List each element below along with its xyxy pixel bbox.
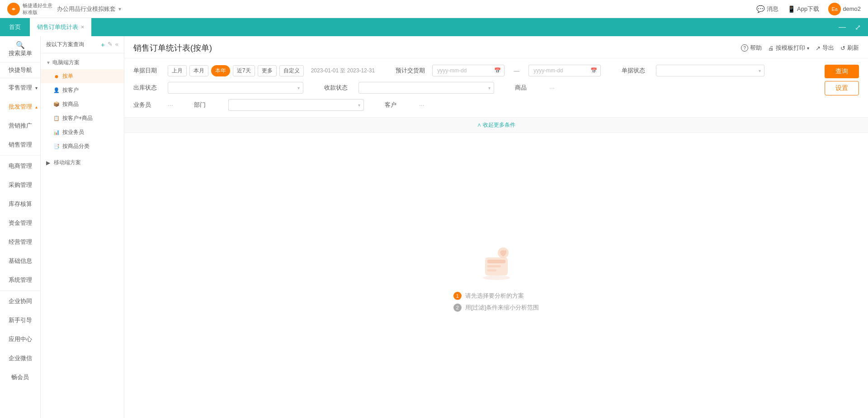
scheme-order[interactable]: ● 按单 [41,69,124,83]
svg-rect-3 [487,260,505,263]
expected-date-to-wrap: 📅 [528,65,601,76]
search-button[interactable]: 查询 [825,65,859,78]
date-btn-last-month[interactable]: 上月 [168,65,187,76]
sidebar-member-label: 畅会员 [11,373,29,381]
edit-scheme-button[interactable]: ✎ [108,41,113,48]
sidebar-retail-arrow: ▾ [35,86,38,90]
sidebar-item-enterprise[interactable]: 企业协同 [0,292,40,311]
message-button[interactable]: 💬 消息 [756,5,778,13]
expected-date-to-input[interactable] [528,65,601,76]
scheme-salesperson[interactable]: 📊 按业务员 [41,125,124,139]
date-btn-7days[interactable]: 近7天 [233,65,255,76]
sidebar-item-finance[interactable]: 资金管理 [0,214,40,233]
filter-area: 单据日期 上月 本月 本年 近7天 更多 自定义 2023-01-01 至 20… [124,58,868,118]
tab-minimize-button[interactable]: — [836,22,849,32]
pay-status-select[interactable] [359,82,494,94]
sidebar-quicknav-button[interactable]: 快捷导航 [0,62,40,78]
tab-active[interactable]: 销售订单统计表 × [30,18,91,36]
sidebar-sales-label: 销售管理 [9,141,32,149]
scheme-customer-icon: 👤 [53,87,60,94]
tab-bar: 首页 销售订单统计表 × — ⤢ [0,18,868,36]
tip-text-1: 请先选择要分析的方案 [465,292,524,300]
sidebar-item-purchase[interactable]: 采购管理 [0,176,40,195]
avatar: Ea [828,3,841,15]
refresh-button[interactable]: ↺ 刷新 [840,44,859,52]
tab-maximize-button[interactable]: ⤢ [852,22,863,33]
sidebar-item-member[interactable]: 畅会员 [0,368,40,387]
add-scheme-button[interactable]: + [101,41,105,48]
logo-icon [7,3,20,15]
department-select[interactable] [228,99,364,111]
sidebar-item-basic[interactable]: 基础信息 [0,252,40,271]
print-button[interactable]: 🖨 按模板打印 ▾ [768,44,809,52]
empty-state-illustration [474,239,519,285]
sidebar-wechat-label: 企业微信 [9,354,32,362]
sidebar-item-retail[interactable]: 零售管理 ▾ [0,78,40,97]
date-btn-this-year[interactable]: 本年 [211,65,230,76]
scheme-salesperson-icon: 📊 [53,129,60,136]
mobile-schemes-caret: ▶ [46,160,50,166]
sidebar-item-system[interactable]: 系统管理 [0,271,40,290]
sidebar: 🔍 搜索菜单 快捷导航 零售管理 ▾ 批发管理 ▴ 营销推广 销售管理 电商管理… [0,36,41,418]
pay-status-select-wrap: ▾ [359,82,494,94]
sidebar-item-sales[interactable]: 销售管理 [0,135,40,154]
expected-date-label: 预计交货期 [396,66,425,75]
collapse-panel-button[interactable]: « [115,41,118,48]
setting-button[interactable]: 设置 [825,81,859,95]
sidebar-item-operations[interactable]: 经营管理 [0,233,40,252]
scheme-order-icon: ● [53,73,60,80]
print-icon: 🖨 [768,45,774,52]
date-btn-this-month[interactable]: 本月 [189,65,208,76]
sidebar-item-wechat[interactable]: 企业微信 [0,349,40,368]
empty-tip-2: 2 用[过滤]条件来缩小分析范围 [453,304,539,312]
customer-filter-dots[interactable]: ··· [419,101,425,109]
mobile-schemes-section[interactable]: ▶ 移动端方案 [41,156,124,169]
filter-row-2: 出库状态 ▾ 收款状态 ▾ [133,82,816,94]
scheme-customer-product-icon: 📋 [53,115,60,122]
pc-schemes-section: ▼ 电脑端方案 ● 按单 👤 按客户 📦 按商品 📋 按客户+商品 📊 按业 [41,53,124,156]
app-download-button[interactable]: 📱 App下载 [788,5,819,13]
salesperson-filter-label: 业务员 [133,101,160,109]
sidebar-retail-label: 零售管理 [9,84,32,92]
sidebar-wholesale-label: 批发管理 [9,103,32,111]
sidebar-item-newuser[interactable]: 新手引导 [0,311,40,330]
message-icon: 💬 [756,5,765,13]
sidebar-item-apps[interactable]: 应用中心 [0,330,40,349]
scheme-product-category[interactable]: 📑 按商品分类 [41,139,124,153]
print-dropdown-icon: ▾ [807,46,809,51]
collapse-bar[interactable]: ∧ 收起更多条件 [124,118,868,133]
date-btn-custom[interactable]: 自定义 [279,65,304,76]
export-button[interactable]: ↗ 导出 [816,44,834,52]
help-button[interactable]: ? 帮助 [741,44,762,52]
left-panel: 按以下方案查询 + ✎ « ▼ 电脑端方案 ● 按单 👤 按客户 📦 按商 [41,36,124,418]
empty-tip-1: 1 请先选择要分析的方案 [453,292,539,300]
sidebar-wholesale-arrow: ▴ [35,104,38,109]
user-menu[interactable]: Ea demo2 [828,3,861,15]
scheme-product-icon: 📦 [53,101,60,108]
ship-status-select[interactable] [168,82,303,94]
date-buttons-group: 上月 本月 本年 近7天 更多 自定义 [168,65,304,76]
left-panel-header-icons: + ✎ « [101,41,118,48]
tab-close-icon[interactable]: × [81,24,84,30]
expected-date-from-input[interactable] [432,65,505,76]
sidebar-search-button[interactable]: 🔍 搜索菜单 [0,36,40,62]
product-filter-dots[interactable]: ··· [549,84,555,91]
scheme-customer-product[interactable]: 📋 按客户+商品 [41,111,124,125]
scheme-customer[interactable]: 👤 按客户 [41,83,124,97]
empty-tips: 1 请先选择要分析的方案 2 用[过滤]条件来缩小分析范围 [453,292,539,312]
sidebar-item-ecommerce[interactable]: 电商管理 [0,157,40,176]
scheme-product[interactable]: 📦 按商品 [41,97,124,111]
breadcrumb-area[interactable]: 办公用品行业模拟账套 ▾ [57,5,121,13]
product-filter-label: 商品 [515,84,542,92]
status-select[interactable] [656,65,764,76]
date-btn-more[interactable]: 更多 [258,65,277,76]
department-select-wrap: ▾ [228,99,364,111]
svg-point-1 [483,276,510,280]
logo-text: 畅捷通好生意 标准版 [23,2,52,15]
top-bar-right: 💬 消息 📱 App下载 Ea demo2 [756,3,861,15]
sidebar-item-marketing[interactable]: 营销推广 [0,116,40,135]
sidebar-item-wholesale[interactable]: 批发管理 ▴ [0,97,40,116]
salesperson-filter-dots[interactable]: ··· [168,101,173,109]
tab-home[interactable]: 首页 [0,18,30,36]
sidebar-item-inventory[interactable]: 库存核算 [0,195,40,214]
